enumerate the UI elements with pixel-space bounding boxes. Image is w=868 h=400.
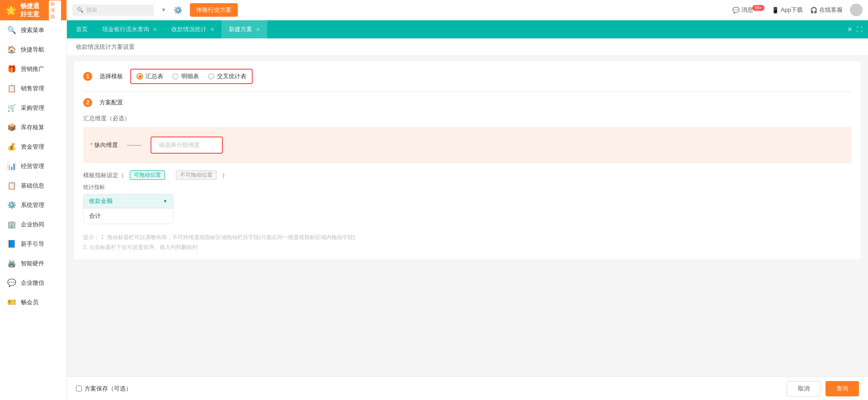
radio-summary-label: 汇总表 (146, 72, 163, 80)
sidebar-item-label: 资金管理 (21, 143, 44, 151)
support-icon: 🎧 (810, 7, 817, 14)
footer-right: 取消 查询 (787, 381, 859, 396)
metrics-table-header[interactable]: 收款金额 ▼ (84, 194, 173, 208)
app-download-label: App下载 (781, 6, 803, 14)
sidebar-item-capital[interactable]: 💰 资金管理 (0, 137, 66, 156)
radio-detail-circle (172, 73, 179, 80)
sidebar-item-smart-hw[interactable]: 🖨️ 智能硬件 (0, 254, 66, 273)
wechat-icon: 💬 (7, 278, 16, 287)
chart-icon: 📊 (7, 162, 16, 170)
sidebar-item-label: 经营管理 (21, 162, 44, 170)
sidebar-item-label: 搜索菜单 (21, 26, 44, 34)
radio-detail[interactable]: 明细表 (172, 72, 199, 80)
search-placeholder-text: 搜索 (86, 6, 97, 14)
sidebar-logo: 🌟 畅捷通好生意 标准版 (0, 0, 66, 20)
radio-summary[interactable]: 汇总表 (137, 72, 163, 80)
tab-receipt-stats-label: 收款情况统计 (171, 25, 207, 33)
tab-new-plan-close[interactable]: ✕ (256, 27, 260, 33)
sidebar-item-operations[interactable]: 📊 经营管理 (0, 156, 66, 176)
tab-home[interactable]: 首页 (69, 20, 95, 38)
sidebar-item-newbie[interactable]: 📘 新手引导 (0, 234, 66, 254)
step1-badge: 1 (83, 72, 92, 81)
online-support-item[interactable]: 🎧 在线客服 (810, 6, 843, 14)
summary-dimension-title: 汇总维度（必选） (83, 114, 852, 122)
settings-icon[interactable]: ⚙️ (174, 6, 183, 14)
tab-close-all-icon[interactable]: ✕ (847, 26, 853, 33)
sidebar-item-search-menu[interactable]: 🔍 搜索菜单 (0, 20, 66, 40)
sidebar-item-label: 企业协同 (21, 221, 44, 229)
sidebar-item-basic-info[interactable]: 📋 基础信息 (0, 176, 66, 195)
hint-2: 2. 点击标题栏下拉可设置排序、插入列和删除列 (83, 243, 852, 253)
search-menu-icon: 🔍 (7, 26, 16, 34)
home-icon: 🏠 (7, 45, 16, 54)
dropdown-icon[interactable]: ▼ (163, 198, 168, 204)
app-download-item[interactable]: 📱 App下载 (772, 6, 803, 14)
enterprise-icon: 🏢 (7, 220, 16, 229)
notification-item[interactable]: 💬 消息 99+ (732, 6, 764, 14)
hint-1: 提示： 1. 拖动标题栏可以调整布局，不可跨维度或指标区域拖动栏目字段(只能在同… (83, 233, 852, 243)
tab-expand-icon[interactable]: ⛶ (856, 26, 863, 33)
notification-badge: 99+ (752, 5, 764, 11)
page-header: 收款情况统计方案设置 (67, 38, 868, 56)
radio-detail-label: 明细表 (181, 72, 199, 80)
metrics-layout: 统计指标 收款金额 ▼ 合计 (83, 184, 852, 226)
sidebar-item-sales[interactable]: 📋 销售管理 (0, 79, 66, 98)
step1-label: 选择模板 (99, 72, 123, 80)
sidebar-item-quick-nav[interactable]: 🏠 快捷导航 (0, 40, 66, 59)
sidebar: 🌟 畅捷通好生意 标准版 🔍 搜索菜单 🏠 快捷导航 🎁 营销推广 📋 销售管理… (0, 0, 67, 400)
metrics-table-row: 合计 (84, 208, 173, 224)
sidebar-item-members[interactable]: 🎫 畅会员 (0, 292, 66, 312)
metrics-section: 模板指标设定（ 可拖动位置 不可拖动位置 ） 统计指标 收款金额 (83, 170, 852, 226)
money-icon: 💰 (7, 142, 16, 151)
trial-industry-button[interactable]: 体验行业方案 (190, 3, 238, 17)
search-icon: 🔍 (77, 7, 84, 13)
sidebar-item-inventory[interactable]: 📦 库存核算 (0, 118, 66, 137)
radio-cross-label: 交叉统计表 (217, 72, 246, 80)
tab-bank-flow-close[interactable]: ✕ (153, 27, 157, 33)
printer-icon: 🖨️ (7, 259, 16, 268)
query-button[interactable]: 查询 (826, 381, 859, 396)
non-draggable-badge: 不可拖动位置 (176, 170, 217, 180)
user-avatar[interactable] (850, 4, 863, 16)
sidebar-item-label: 销售管理 (21, 85, 44, 93)
topbar-chevron-icon[interactable]: ▼ (161, 7, 166, 13)
sidebar-logo-badge: 标准版 (49, 0, 61, 20)
tab-new-plan[interactable]: 新建方案 ✕ (222, 20, 267, 38)
dimension-select[interactable]: 请选择分组维度 (151, 136, 223, 154)
sidebar-item-label: 畅会员 (21, 298, 38, 306)
radio-cross[interactable]: 交叉统计表 (208, 72, 246, 80)
save-checkbox[interactable] (76, 386, 82, 391)
topbar-right: 💬 消息 99+ 📱 App下载 🎧 在线客服 (732, 4, 863, 16)
tabbar: 首页 现金银行流水查询 ✕ 收款情况统计 ✕ 新建方案 ✕ ✕ ⛶ (67, 20, 868, 38)
metrics-title-text: 模板指标设定（ (83, 171, 124, 179)
sidebar-item-system[interactable]: ⚙️ 系统管理 (0, 195, 66, 215)
box-icon: 📦 (7, 123, 16, 132)
tabbar-controls: ✕ ⛶ (847, 26, 866, 33)
tab-bank-flow-label: 现金银行流水查询 (102, 25, 149, 33)
app-icon: 📱 (772, 7, 779, 14)
save-checkbox-label[interactable]: 方案保存（可选） (76, 385, 132, 393)
template-select-box: 汇总表 明细表 交叉统计表 (130, 69, 253, 84)
sidebar-item-enterprise[interactable]: 🏢 企业协同 (0, 215, 66, 234)
gear-icon: ⚙️ (7, 201, 16, 209)
cancel-button[interactable]: 取消 (787, 381, 821, 396)
tab-bank-flow[interactable]: 现金银行流水查询 ✕ (95, 20, 164, 38)
sidebar-item-label: 新手引导 (21, 240, 44, 248)
step1-row: 1 选择模板 汇总表 明细表 交叉统计表 (83, 69, 852, 84)
sidebar-item-marketing[interactable]: 🎁 营销推广 (0, 59, 66, 79)
sidebar-item-label: 基础信息 (21, 182, 44, 190)
tab-receipt-stats-close[interactable]: ✕ (210, 27, 214, 33)
tab-receipt-stats[interactable]: 收款情况统计 ✕ (164, 20, 222, 38)
metrics-label-row: 模板指标设定（ 可拖动位置 不可拖动位置 ） (83, 170, 852, 180)
vertical-dim-label: * 纵向维度 (90, 141, 118, 149)
main-area: 🔍 搜索 ▼ ⚙️ 体验行业方案 💬 消息 99+ 📱 App下载 🎧 在线客服 (67, 0, 868, 400)
search-bar[interactable]: 🔍 搜索 (72, 5, 154, 16)
dim-arrow-icon: —— (127, 141, 142, 149)
stats-column: 统计指标 收款金额 ▼ 合计 (83, 184, 174, 226)
radio-group-template: 汇总表 明细表 交叉统计表 (137, 72, 246, 80)
tab-new-plan-label: 新建方案 (229, 25, 252, 33)
step2-row: 2 方案配置 (83, 98, 852, 107)
sidebar-item-wechat[interactable]: 💬 企业微信 (0, 273, 66, 292)
metrics-table: 收款金额 ▼ 合计 (83, 194, 174, 224)
sidebar-item-purchase[interactable]: 🛒 采购管理 (0, 98, 66, 118)
